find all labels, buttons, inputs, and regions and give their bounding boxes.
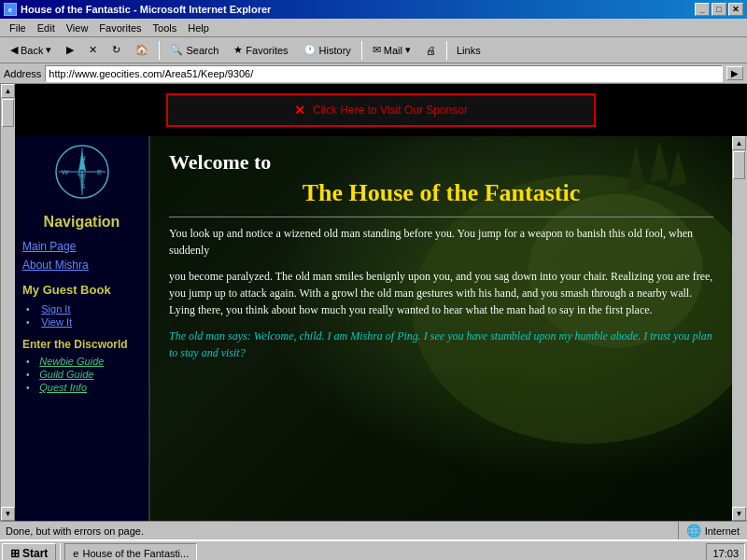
favorites-icon: ★ — [233, 44, 243, 56]
mail-button[interactable]: ✉ Mail ▾ — [366, 40, 417, 61]
svg-text:S: S — [80, 182, 85, 190]
address-input[interactable] — [49, 68, 719, 79]
refresh-icon: ↻ — [112, 44, 120, 56]
close-button[interactable]: ✕ — [728, 3, 743, 16]
browser-area: ▲ ▼ ✕ Click Here to Visit Our Sponsor — [0, 84, 747, 521]
right-scrollbar[interactable]: ▲ ▼ — [732, 136, 747, 521]
svg-text:N: N — [80, 154, 86, 162]
nav-link-quest-info[interactable]: Quest Info — [39, 382, 87, 393]
print-icon: 🖨 — [426, 45, 436, 56]
mail-icon: ✉ — [373, 44, 381, 56]
body-paragraph-1: You look up and notice a wizened old man… — [169, 225, 713, 259]
links-button[interactable]: Links — [451, 43, 486, 58]
compass-icon: N S W E G — [22, 144, 141, 204]
welcome-heading: Welcome to — [169, 150, 713, 175]
sponsor-x-icon: ✕ — [294, 103, 305, 118]
address-bar: Address ▶ — [0, 63, 747, 84]
sponsor-area: ✕ Click Here to Visit Our Sponsor — [15, 84, 747, 136]
sponsor-banner[interactable]: ✕ Click Here to Visit Our Sponsor — [166, 93, 596, 127]
content-text: Welcome to The House of the Fantastic Yo… — [169, 150, 713, 361]
print-button[interactable]: 🖨 — [419, 40, 443, 61]
menu-view[interactable]: View — [61, 21, 94, 35]
address-label: Address — [4, 68, 41, 79]
nav-link-main-page[interactable]: Main Page — [22, 240, 141, 253]
taskbar-clock: 17:03 — [706, 543, 745, 560]
favorites-button[interactable]: ★ Favorites — [227, 40, 294, 61]
content-divider-1 — [169, 217, 713, 217]
status-zone: 🌐 Internet — [679, 524, 747, 538]
home-button[interactable]: 🏠 — [129, 40, 155, 61]
back-dropdown-icon: ▾ — [46, 44, 51, 56]
main-content: N S W E G Navigation Main Page About Mis… — [15, 136, 747, 521]
nav-link-view-it[interactable]: View It — [41, 316, 72, 328]
refresh-button[interactable]: ↻ — [106, 40, 127, 61]
nav-panel: N S W E G Navigation Main Page About Mis… — [15, 136, 150, 521]
nav-link-newbie-guide[interactable]: Newbie Guide — [39, 356, 104, 367]
nav-title: Navigation — [22, 214, 141, 231]
toolbar-separator-3 — [446, 41, 447, 60]
nav-logo: N S W E G — [22, 144, 141, 204]
left-scrollbar[interactable]: ▲ ▼ — [0, 84, 15, 521]
scroll-down-button[interactable]: ▼ — [1, 507, 15, 521]
menu-favorites[interactable]: Favorites — [93, 21, 147, 35]
home-icon: 🏠 — [135, 44, 148, 56]
history-button[interactable]: 🕐 History — [297, 40, 358, 61]
back-icon: ◀ — [10, 44, 18, 56]
svg-text:W: W — [62, 168, 69, 176]
status-bar: Done, but with errors on page. 🌐 Interne… — [0, 521, 747, 539]
site-title: The House of the Fantastic — [169, 179, 713, 207]
stop-button[interactable]: ✕ — [82, 40, 104, 61]
menu-bar: File Edit View Favorites Tools Help — [0, 19, 747, 37]
menu-edit[interactable]: Edit — [32, 21, 61, 35]
svg-text:G: G — [78, 170, 83, 178]
zone-label: Internet — [705, 525, 740, 537]
right-scroll-track — [732, 150, 746, 507]
sponsor-text: Click Here to Visit Our Sponsor — [313, 104, 468, 117]
webpage-content: ✕ Click Here to Visit Our Sponsor — [15, 84, 747, 521]
history-icon: 🕐 — [303, 44, 317, 56]
menu-file[interactable]: File — [4, 21, 32, 35]
menu-help[interactable]: Help — [182, 21, 215, 35]
forward-button[interactable]: ▶ — [60, 40, 80, 61]
body-paragraph-2: you become paralyzed. The old man smiles… — [169, 268, 713, 318]
mail-dropdown-icon: ▾ — [405, 44, 411, 56]
nav-guestbook-title: My Guest Book — [22, 283, 141, 297]
status-text: Done, but with errors on page. — [0, 522, 679, 539]
globe-icon: 🌐 — [686, 524, 701, 538]
scroll-track — [1, 98, 15, 507]
start-button[interactable]: ⊞ Start — [2, 543, 56, 560]
right-scroll-up[interactable]: ▲ — [732, 136, 746, 150]
scroll-thumb[interactable] — [2, 99, 14, 127]
title-bar: e House of the Fantastic - Microsoft Int… — [0, 0, 747, 19]
toolbar-separator-1 — [159, 41, 160, 60]
window-title: House of the Fantastic - Microsoft Inter… — [21, 4, 271, 15]
stop-icon: ✕ — [89, 44, 97, 56]
right-scroll-down[interactable]: ▼ — [732, 507, 746, 521]
back-button[interactable]: ◀ Back ▾ — [4, 40, 58, 61]
content-area: Welcome to The House of the Fantastic Yo… — [150, 136, 732, 521]
forward-icon: ▶ — [66, 44, 74, 56]
scroll-up-button[interactable]: ▲ — [1, 84, 15, 98]
search-icon: 🔍 — [170, 44, 183, 56]
menu-tools[interactable]: Tools — [148, 21, 183, 35]
minimize-button[interactable]: _ — [695, 3, 710, 16]
go-button[interactable]: ▶ — [726, 66, 743, 80]
nav-link-sign-it[interactable]: Sign It — [41, 303, 70, 315]
nav-discworld-title: Enter the Discworld — [22, 338, 141, 351]
nav-link-about-mishra[interactable]: About Mishra — [22, 259, 141, 272]
taskbar-ie-item[interactable]: e House of the Fantasti... — [64, 543, 197, 560]
address-input-wrapper — [45, 65, 723, 82]
nav-link-guild-guide[interactable]: Guild Guide — [39, 369, 93, 380]
search-button[interactable]: 🔍 Search — [163, 40, 225, 61]
window-controls: _ □ ✕ — [695, 3, 743, 16]
maximize-button[interactable]: □ — [712, 3, 726, 16]
app-icon: e — [4, 3, 17, 16]
svg-text:E: E — [97, 168, 102, 176]
speech-paragraph: The old man says: Welcome, child. I am M… — [169, 328, 713, 361]
taskbar-separator — [60, 543, 61, 560]
toolbar: ◀ Back ▾ ▶ ✕ ↻ 🏠 🔍 Search ★ Favorites 🕐 … — [0, 37, 747, 63]
clock-time: 17:03 — [712, 548, 739, 559]
windows-icon: ⊞ — [10, 547, 20, 560]
right-scroll-thumb[interactable] — [733, 151, 745, 179]
taskbar-ie-icon: e — [73, 548, 78, 559]
